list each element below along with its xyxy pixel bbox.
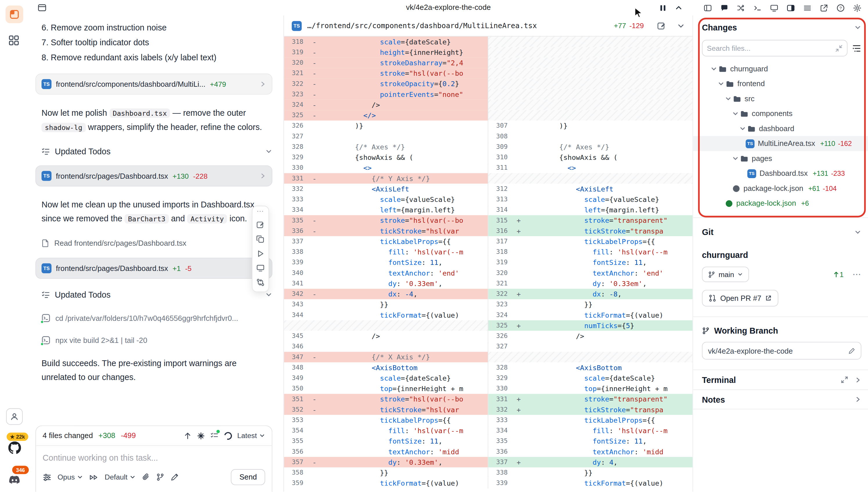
diff-row[interactable]: 354 fill: 'hsl(var(--m334 fill: 'hsl(var… bbox=[284, 425, 693, 436]
diff-row[interactable]: 341 dy: '0.33em',321 dy: '0.33em', bbox=[284, 278, 693, 289]
diff-row[interactable]: 335- stroke="hsl(var(--bo315+ stroke="tr… bbox=[284, 215, 693, 226]
diff-row[interactable]: 323- pointerEvents="none" bbox=[284, 89, 693, 99]
diff-code-cell[interactable] bbox=[488, 57, 693, 68]
diff-code-cell[interactable]: 332+ tickStroke="transpa bbox=[488, 404, 693, 415]
diff-code-cell[interactable]: 337+ dy: 4, bbox=[488, 457, 693, 467]
diff-code-cell[interactable]: 313 scale={valueScale} bbox=[488, 194, 693, 204]
git-overflow-menu-icon[interactable]: ⋯ bbox=[852, 270, 862, 279]
run-icon[interactable] bbox=[256, 249, 265, 258]
updated-todos-row[interactable]: Updated Todos bbox=[36, 143, 272, 159]
open-in-editor-icon[interactable] bbox=[256, 221, 265, 229]
asterisk-icon[interactable] bbox=[197, 432, 205, 440]
diff-code-cell[interactable]: 321- stroke="hsl(var(--bo bbox=[284, 68, 488, 79]
diff-code-cell[interactable]: 314 left={margin.left} bbox=[488, 205, 693, 215]
tree-file[interactable]: package-lock.json+61-104 bbox=[702, 181, 861, 196]
diff-code-cell[interactable]: 327 bbox=[284, 131, 488, 142]
diff-code-cell[interactable]: 358 }} bbox=[284, 467, 488, 478]
diff-code-cell[interactable]: 329 {showAxis && ( bbox=[284, 152, 488, 163]
model-selector[interactable]: Opus bbox=[57, 473, 83, 481]
git-header[interactable]: Git bbox=[702, 224, 861, 239]
diff-row[interactable]: 349 scale={dateScale}329 scale={dateScal… bbox=[284, 373, 693, 383]
diff-code-cell[interactable]: 334 left={margin.left} bbox=[284, 205, 488, 215]
diff-code-cell[interactable]: 307 )} bbox=[488, 121, 693, 131]
app-logo-icon[interactable] bbox=[5, 5, 23, 23]
diff-row[interactable]: 332 <AxisLeft312 <AxisLeft bbox=[284, 183, 693, 194]
edit-pen-icon[interactable] bbox=[848, 347, 855, 354]
diff-code-cell[interactable]: 335- stroke="hsl(var(--bo bbox=[284, 215, 488, 226]
diff-row[interactable]: 340 textAnchor: 'end'320 textAnchor: 'en… bbox=[284, 268, 693, 278]
diff-code-cell[interactable]: 329 scale={dateScale} bbox=[488, 373, 693, 383]
diff-row[interactable]: 325- </> bbox=[284, 110, 693, 120]
latest-dropdown[interactable]: Latest bbox=[237, 432, 265, 440]
diff-code-cell[interactable]: 332 <AxisLeft bbox=[284, 183, 488, 194]
diff-code-cell[interactable]: 347- {/* X Axis */} bbox=[284, 352, 488, 362]
diff-code-cell[interactable]: 315+ stroke="transparent" bbox=[488, 215, 693, 226]
diff-code-cell[interactable]: 336- tickStroke="hsl(var bbox=[284, 226, 488, 236]
tree-view-icon[interactable] bbox=[852, 44, 861, 53]
diff-code-cell[interactable] bbox=[488, 89, 693, 99]
diff-code-cell[interactable] bbox=[488, 36, 693, 47]
file-change-card[interactable]: TS frontend/src/components/dashboard/Mul… bbox=[36, 74, 272, 95]
diff-code-cell[interactable]: 343 }} bbox=[284, 299, 488, 310]
diff-code-cell[interactable]: 333 tickLabelProps={{ bbox=[488, 415, 693, 425]
git-branch-icon[interactable] bbox=[156, 473, 165, 481]
github-icon[interactable] bbox=[8, 442, 21, 454]
diff-code-cell[interactable]: 325+ numTicks={5} bbox=[488, 320, 693, 331]
diff-row[interactable]: 355 fontSize: 11,335 fontSize: 11, bbox=[284, 436, 693, 446]
fast-forward-icon[interactable] bbox=[89, 473, 98, 481]
share-icon[interactable] bbox=[820, 3, 828, 12]
diff-code-cell[interactable]: 342- dx: -4, bbox=[284, 289, 488, 299]
diff-code-cell[interactable]: 349 scale={dateScale} bbox=[284, 373, 488, 383]
diff-row[interactable]: 322- strokeOpacity={0.2} bbox=[284, 79, 693, 89]
diff-code-cell[interactable]: 331+ stroke="transparent" bbox=[488, 394, 693, 404]
message-input[interactable] bbox=[36, 446, 272, 462]
diff-code-cell[interactable]: 354 fill: 'hsl(var(--m bbox=[284, 425, 488, 436]
diff-row[interactable]: 325+ numTicks={5} bbox=[284, 320, 693, 331]
diff-row[interactable]: 337 tickLabelProps={{317 tickLabelProps=… bbox=[284, 236, 693, 247]
read-file-row[interactable]: Read frontend/src/pages/Dashboard.tsx bbox=[36, 237, 272, 249]
changes-header[interactable]: Changes bbox=[702, 20, 861, 34]
diff-row[interactable]: 339 fontSize: 11,319 fontSize: 11, bbox=[284, 257, 693, 268]
diff-code-cell[interactable] bbox=[488, 68, 693, 79]
diff-code-cell[interactable] bbox=[488, 99, 693, 110]
todos-status-icon[interactable] bbox=[210, 432, 218, 440]
diff-code-cell[interactable]: 320- strokeDasharray="2,4 bbox=[284, 57, 488, 68]
git-compare-icon[interactable] bbox=[256, 278, 265, 287]
discord-count-badge[interactable]: 346 bbox=[12, 466, 29, 474]
diff-code-cell[interactable]: 328 {/* Axes */} bbox=[284, 142, 488, 152]
collapse-tree-icon[interactable] bbox=[836, 45, 843, 52]
chevron-down-icon[interactable] bbox=[854, 24, 861, 31]
github-stars-badge[interactable]: ★ 22k bbox=[7, 433, 28, 441]
diff-code-cell[interactable]: 309 {/* Axes */} bbox=[488, 142, 693, 152]
panel-right-icon[interactable] bbox=[787, 3, 795, 12]
diff-code-cell[interactable]: 310 {showAxis && ( bbox=[488, 152, 693, 163]
diff-code-cell[interactable]: 320 textAnchor: 'end' bbox=[488, 268, 693, 278]
diff-code-cell[interactable]: 312 <AxisLeft bbox=[488, 183, 693, 194]
terminal-icon[interactable] bbox=[753, 3, 762, 12]
diff-code-cell[interactable]: 334 fill: 'hsl(var(--m bbox=[488, 425, 693, 436]
diff-code-cell[interactable]: 333 scale={valueScale} bbox=[284, 194, 488, 204]
chevron-right-icon[interactable] bbox=[855, 376, 861, 383]
diff-code-cell[interactable]: 355 fontSize: 11, bbox=[284, 436, 488, 446]
diff-code-cell[interactable]: 322+ dx: -8, bbox=[488, 289, 693, 299]
diff-code-cell[interactable]: 327 bbox=[488, 341, 693, 352]
open-in-editor-icon[interactable] bbox=[657, 21, 666, 30]
diff-code-cell[interactable] bbox=[488, 173, 693, 183]
diff-row[interactable]: 318- scale={dateScale} bbox=[284, 36, 693, 47]
discord-icon[interactable] bbox=[8, 473, 21, 487]
diff-code-cell[interactable]: 350 top={innerHeight + m bbox=[284, 383, 488, 394]
diff-row[interactable]: 348 <AxisBottom328 <AxisBottom bbox=[284, 362, 693, 373]
diff-code-cell[interactable]: 359 tickFormat={(value) bbox=[284, 478, 488, 489]
terminal-command-row[interactable]: cd /private/var/folders/10/h7w0q46556ggr… bbox=[36, 312, 272, 324]
diff-code-cell[interactable]: 340 textAnchor: 'end' bbox=[284, 268, 488, 278]
diff-code-cell[interactable] bbox=[488, 110, 693, 120]
diff-row[interactable]: 327308 bbox=[284, 131, 693, 142]
tree-folder[interactable]: dashboard bbox=[702, 121, 861, 136]
diff-code-cell[interactable]: 330 <> bbox=[284, 163, 488, 173]
diff-code-cell[interactable]: 319- height={innerHeight} bbox=[284, 47, 488, 57]
diff-row[interactable]: 331- {/* Y Axis */} bbox=[284, 173, 693, 183]
file-change-card[interactable]: TS frontend/src/pages/Dashboard.tsx +1 -… bbox=[36, 258, 272, 279]
drag-handle-icon[interactable]: ⋯ bbox=[257, 208, 264, 215]
diff-row[interactable]: 358 }}338 }} bbox=[284, 467, 693, 478]
help-icon[interactable]: ? bbox=[836, 3, 845, 12]
